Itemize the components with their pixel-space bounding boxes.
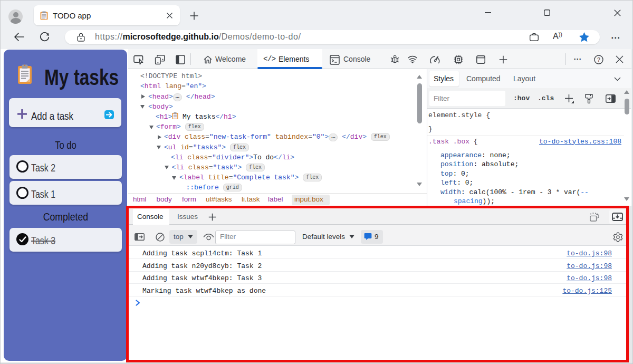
svg-text:?: ? xyxy=(597,56,600,63)
